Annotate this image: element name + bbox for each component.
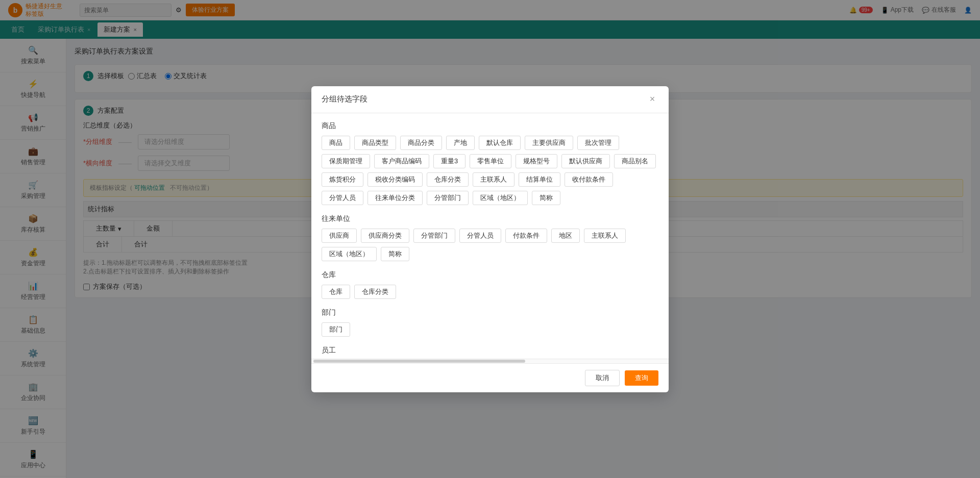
field-tag[interactable]: 简称: [381, 247, 409, 261]
field-tag[interactable]: 分管部门: [427, 191, 469, 205]
hscroll-thumb: [313, 360, 525, 363]
employee-field-group: 员工 业务员: [322, 346, 658, 359]
modal-hscroll[interactable]: [311, 359, 669, 363]
product-field-tags: 商品商品类型商品分类产地默认仓库主要供应商批次管理保质期管理客户商品编码重量3零…: [322, 136, 658, 205]
field-tag[interactable]: 地区: [551, 229, 580, 243]
modal-title: 分组待选字段: [322, 94, 368, 104]
field-tag[interactable]: 商品类型: [354, 136, 396, 150]
modal-footer: 取消 查询: [311, 363, 669, 392]
field-tag[interactable]: 零售单位: [470, 154, 511, 168]
field-selection-modal: 分组待选字段 × 商品 商品商品类型商品分类产地默认仓库主要供应商批次管理保质期…: [311, 86, 669, 392]
field-tag[interactable]: 主联系人: [584, 229, 626, 243]
field-tag[interactable]: 结算单位: [519, 172, 560, 187]
field-tag[interactable]: 批次管理: [577, 136, 619, 150]
counterpart-group-title: 往来单位: [322, 214, 658, 223]
field-tag[interactable]: 主联系人: [473, 172, 514, 187]
field-tag[interactable]: 保质期管理: [322, 154, 370, 168]
cancel-button[interactable]: 取消: [585, 370, 620, 386]
modal-header: 分组待选字段 ×: [311, 86, 669, 113]
field-tag[interactable]: 默认供应商: [561, 154, 610, 168]
warehouse-field-tags: 仓库仓库分类: [322, 285, 658, 299]
field-tag[interactable]: 客户商品编码: [374, 154, 429, 168]
modal-body: 商品 商品商品类型商品分类产地默认仓库主要供应商批次管理保质期管理客户商品编码重…: [311, 113, 669, 359]
field-tag[interactable]: 炼货积分: [322, 172, 363, 187]
field-tag[interactable]: 税收分类编码: [368, 172, 423, 187]
warehouse-group-title: 仓库: [322, 270, 658, 280]
field-tag[interactable]: 供应商: [322, 229, 357, 243]
product-field-group: 商品 商品商品类型商品分类产地默认仓库主要供应商批次管理保质期管理客户商品编码重…: [322, 121, 658, 205]
field-tag[interactable]: 分管人员: [322, 191, 363, 205]
field-tag[interactable]: 供应商分类: [361, 229, 409, 243]
field-tag[interactable]: 重量3: [433, 154, 465, 168]
warehouse-field-group: 仓库 仓库仓库分类: [322, 270, 658, 299]
product-group-title: 商品: [322, 121, 658, 131]
department-field-tags: 部门: [322, 322, 658, 337]
department-group-title: 部门: [322, 308, 658, 317]
field-tag[interactable]: 简称: [532, 191, 560, 205]
field-tag[interactable]: 主要供应商: [525, 136, 573, 150]
modal-overlay: 分组待选字段 × 商品 商品商品类型商品分类产地默认仓库主要供应商批次管理保质期…: [0, 0, 980, 478]
field-tag[interactable]: 产地: [446, 136, 475, 150]
field-tag[interactable]: 区域（地区）: [322, 247, 377, 261]
field-tag[interactable]: 仓库分类: [354, 285, 396, 299]
field-tag[interactable]: 仓库: [322, 285, 350, 299]
confirm-button[interactable]: 查询: [625, 370, 658, 386]
counterpart-field-tags: 供应商供应商分类分管部门分管人员付款条件地区主联系人区域（地区）简称: [322, 229, 658, 261]
field-tag[interactable]: 收付款条件: [565, 172, 613, 187]
employee-group-title: 员工: [322, 346, 658, 355]
department-field-group: 部门 部门: [322, 308, 658, 337]
field-tag[interactable]: 商品别名: [614, 154, 656, 168]
field-tag[interactable]: 分管部门: [413, 229, 455, 243]
field-tag[interactable]: 规格型号: [516, 154, 557, 168]
field-tag[interactable]: 默认仓库: [479, 136, 521, 150]
field-tag[interactable]: 仓库分类: [427, 172, 469, 187]
modal-close-button[interactable]: ×: [646, 93, 658, 106]
field-tag[interactable]: 商品分类: [400, 136, 442, 150]
field-tag[interactable]: 分管人员: [459, 229, 501, 243]
field-tag[interactable]: 往来单位分类: [368, 191, 423, 205]
field-tag[interactable]: 商品: [322, 136, 350, 150]
field-tag[interactable]: 区域（地区）: [473, 191, 528, 205]
field-tag[interactable]: 付款条件: [505, 229, 547, 243]
counterpart-field-group: 往来单位 供应商供应商分类分管部门分管人员付款条件地区主联系人区域（地区）简称: [322, 214, 658, 261]
field-tag[interactable]: 部门: [322, 322, 350, 337]
